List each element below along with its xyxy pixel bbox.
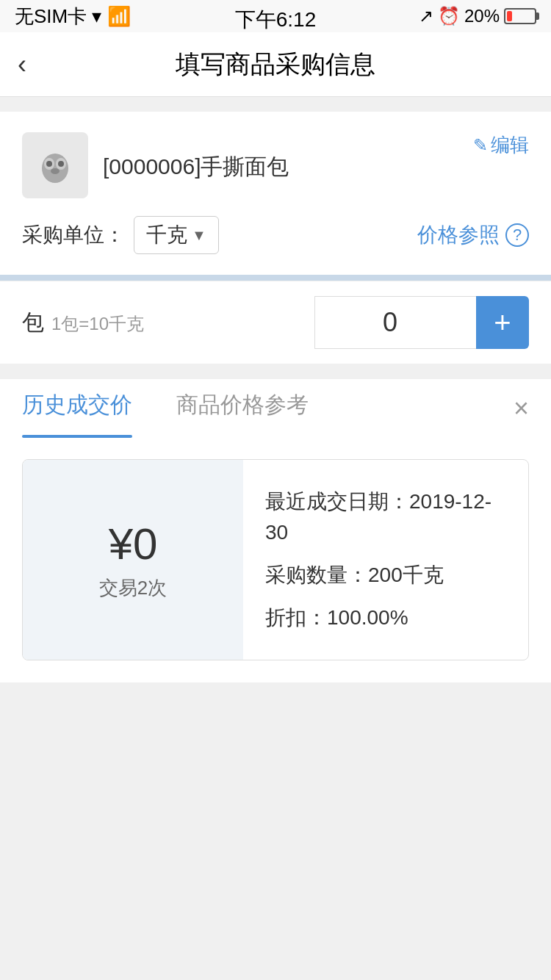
purchase-qty-label: 采购数量：	[265, 563, 368, 586]
quantity-plus-button[interactable]: +	[476, 296, 529, 349]
package-unit-label: 包	[22, 308, 44, 338]
purchase-unit-label: 采购单位：	[22, 221, 125, 249]
discount-label: 折扣：	[265, 606, 327, 629]
back-button[interactable]: ‹	[18, 49, 26, 80]
product-footer: 采购单位： 千克 ▼ 价格参照 ?	[22, 216, 529, 254]
tab-bar: 历史成交价 商品价格参考 ×	[0, 378, 551, 437]
page-title: 填写商品采购信息	[176, 48, 375, 82]
unit-value: 千克	[146, 221, 187, 249]
product-thumbnail	[22, 132, 88, 198]
product-header: [0000006]手撕面包 ✎ 编辑	[22, 132, 529, 198]
price-card-left: ¥0 交易2次	[23, 460, 243, 660]
product-name: [0000006]手撕面包	[103, 152, 289, 182]
nav-bar: ‹ 填写商品采购信息	[0, 32, 551, 97]
price-ref-icon: ?	[505, 223, 529, 247]
price-amount: ¥0	[109, 519, 158, 569]
purchase-qty-value: 200千克	[368, 563, 444, 586]
recent-date-row: 最近成交日期：2019-12-30	[265, 486, 506, 548]
price-ref-label: 价格参照	[417, 221, 500, 249]
quantity-control: +	[314, 296, 529, 349]
tab-price-ref[interactable]: 商品价格参考	[176, 379, 309, 438]
empty-space	[0, 682, 551, 980]
unit-dropdown[interactable]: 千克 ▼	[134, 216, 219, 254]
alarm-icon: ⏰	[438, 6, 460, 26]
battery-icon	[504, 8, 536, 24]
dropdown-arrow-icon: ▼	[192, 227, 206, 244]
quantity-label: 包 1包=10千克	[22, 308, 144, 338]
product-card: [0000006]手撕面包 ✎ 编辑 采购单位： 千克 ▼ 价格参照 ?	[0, 112, 551, 275]
edit-label: 编辑	[491, 132, 529, 158]
price-transactions: 交易2次	[99, 575, 167, 601]
scroll-indicator	[0, 275, 551, 281]
discount-row: 折扣：100.00%	[265, 602, 506, 633]
svg-point-5	[51, 168, 60, 174]
status-right: ↗ ⏰ 20%	[419, 6, 536, 26]
history-content: ¥0 交易2次 最近成交日期：2019-12-30 采购数量：200千克 折扣：…	[0, 437, 551, 682]
recent-date-label: 最近成交日期：	[265, 490, 409, 513]
svg-point-3	[46, 161, 52, 167]
time-text: 下午6:12	[235, 6, 317, 34]
owl-icon	[33, 143, 77, 187]
edit-button[interactable]: ✎ 编辑	[473, 132, 529, 158]
product-left: [0000006]手撕面包	[22, 132, 289, 198]
battery-text: 20%	[464, 6, 500, 26]
quantity-input[interactable]	[314, 296, 476, 349]
discount-value: 100.00%	[327, 606, 408, 629]
location-icon: ↗	[419, 6, 433, 26]
package-conversion: 1包=10千克	[51, 312, 144, 336]
purchase-unit: 采购单位： 千克 ▼	[22, 216, 219, 254]
price-card: ¥0 交易2次 最近成交日期：2019-12-30 采购数量：200千克 折扣：…	[22, 459, 529, 660]
quantity-row: 包 1包=10千克 +	[0, 281, 551, 364]
tab-list: 历史成交价 商品价格参考	[22, 379, 309, 438]
battery-fill	[507, 11, 512, 21]
edit-icon: ✎	[473, 135, 488, 156]
svg-point-4	[58, 161, 64, 167]
price-ref-button[interactable]: 价格参照 ?	[417, 221, 529, 249]
status-bar: 无SIM卡 ▾ 📶 下午6:12 ↗ ⏰ 20%	[0, 0, 551, 32]
purchase-qty-row: 采购数量：200千克	[265, 560, 506, 591]
carrier-text: 无SIM卡 ▾ 📶	[15, 4, 131, 29]
tab-close-button[interactable]: ×	[514, 393, 529, 424]
tab-history-price[interactable]: 历史成交价	[22, 379, 132, 438]
price-card-right: 最近成交日期：2019-12-30 采购数量：200千克 折扣：100.00%	[243, 460, 528, 660]
